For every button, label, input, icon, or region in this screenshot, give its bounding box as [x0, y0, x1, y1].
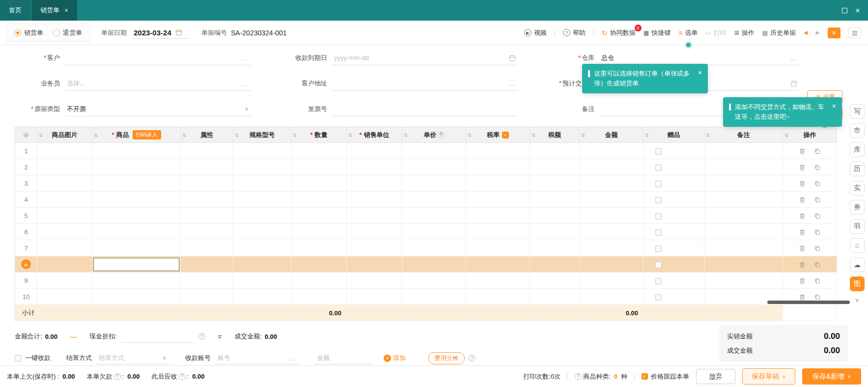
cell-product[interactable] [92, 289, 181, 305]
column-settings-cell[interactable] [15, 127, 37, 143]
cell-product[interactable] [92, 208, 181, 224]
rail-icon[interactable]: 图 [850, 276, 865, 291]
list-view-toggle[interactable]: ≡ [828, 28, 840, 38]
copy-row-icon[interactable] [814, 277, 821, 284]
rail-icon[interactable]: ☆ [850, 238, 865, 253]
copy-row-icon[interactable] [814, 294, 821, 301]
cell-product-image[interactable] [37, 159, 92, 175]
customer-address-input[interactable]: … [332, 76, 518, 91]
delete-row-icon[interactable] [799, 229, 806, 236]
cell-product-image[interactable] [37, 256, 92, 273]
cell-price[interactable] [402, 273, 466, 289]
cell-amount[interactable] [580, 289, 644, 305]
cell-remark[interactable] [704, 208, 783, 224]
cell-attribute[interactable] [181, 256, 233, 273]
cell-attribute[interactable] [181, 240, 233, 256]
cell-remark[interactable] [704, 240, 783, 256]
rail-icon[interactable]: 库 [850, 142, 865, 157]
cell-tax-rate[interactable] [466, 289, 530, 305]
chevron-down-icon[interactable]: ∨ [245, 106, 249, 112]
cell-price[interactable] [402, 208, 466, 224]
copy-row-icon[interactable] [814, 229, 821, 236]
cell-amount[interactable] [580, 208, 644, 224]
cell-tax-rate[interactable] [466, 208, 530, 224]
window-tab[interactable]: 首页 [0, 0, 30, 21]
calendar-icon[interactable] [790, 80, 797, 87]
gift-checkbox[interactable] [655, 294, 662, 301]
cell-quantity[interactable] [291, 256, 347, 273]
rail-icon[interactable]: 市 [850, 123, 865, 138]
delete-row-icon[interactable] [799, 180, 806, 187]
cell-tax-rate[interactable] [466, 159, 530, 175]
cell-price[interactable] [402, 240, 466, 256]
toolbar-action[interactable]: ▭ 打印 [705, 28, 726, 37]
gift-checkbox[interactable] [655, 165, 662, 171]
gift-checkbox[interactable] [655, 197, 662, 203]
close-tooltip-icon[interactable]: × [832, 102, 836, 122]
table-row[interactable]: 6 [15, 224, 837, 240]
rail-icon[interactable]: 历 [850, 162, 865, 176]
cell-remark[interactable] [704, 159, 783, 175]
column-header[interactable]: ⇅ 备注 [704, 127, 783, 143]
cell-amount[interactable] [580, 224, 644, 240]
gift-checkbox[interactable] [655, 262, 662, 268]
cell-product-image[interactable] [37, 289, 92, 305]
rail-icon[interactable]: 写 [850, 104, 865, 119]
cell-remark[interactable] [704, 175, 783, 192]
cell-price[interactable] [402, 143, 466, 159]
delete-row-icon[interactable] [799, 277, 806, 284]
sort-icon[interactable]: ⇅ [348, 132, 352, 138]
table-row[interactable]: 4 [15, 192, 837, 208]
cell-attribute[interactable] [181, 192, 233, 208]
rail-icon[interactable]: 羽 [850, 219, 865, 234]
cell-product-image[interactable] [37, 175, 92, 192]
cell-product[interactable] [92, 159, 181, 175]
gift-checkbox[interactable] [655, 229, 662, 236]
cell-spec[interactable] [233, 256, 291, 273]
cell-product-image[interactable] [37, 273, 92, 289]
sort-icon[interactable]: ⇅ [293, 132, 297, 138]
rail-icon[interactable]: ☁ [850, 257, 865, 272]
close-tooltip-icon[interactable]: × [698, 69, 702, 88]
cell-price[interactable] [402, 192, 466, 208]
cell-tax-rate[interactable] [466, 273, 530, 289]
settle-method-select[interactable]: 结算方式 ∨ [96, 352, 169, 364]
tax-edit-icon[interactable]: ✓ [502, 132, 509, 138]
cell-tax-rate[interactable] [466, 192, 530, 208]
copy-row-icon[interactable] [814, 213, 821, 220]
receipt-account-input[interactable]: 账号 … [215, 352, 298, 364]
gift-checkbox[interactable] [655, 148, 662, 155]
table-row[interactable]: 7 [15, 240, 837, 256]
gift-checkbox[interactable] [655, 278, 662, 284]
cell-quantity[interactable] [291, 143, 347, 159]
cell-tax-amount[interactable] [530, 224, 580, 240]
sort-icon[interactable]: ⇅ [182, 132, 186, 138]
cell-spec[interactable] [233, 224, 291, 240]
rail-icon[interactable]: 券 [850, 200, 865, 215]
cell-tax-rate[interactable] [466, 224, 530, 240]
help-icon[interactable]: ? [575, 373, 582, 380]
cell-unit[interactable] [347, 256, 402, 273]
delete-row-icon[interactable] [799, 294, 806, 301]
due-date-input[interactable]: yyyy-mm-dd [332, 51, 518, 65]
column-header[interactable]: ⇅ * 销售单位 [347, 127, 402, 143]
cell-product[interactable] [92, 224, 181, 240]
cell-quantity[interactable] [291, 208, 347, 224]
table-horizontal-scrollbar[interactable] [767, 301, 850, 304]
cell-tax-rate[interactable] [466, 175, 530, 192]
cell-tax-amount[interactable] [530, 273, 580, 289]
cell-remark[interactable] [704, 256, 783, 273]
ellipsis-icon[interactable]: … [288, 354, 295, 362]
fee-share-button[interactable]: 费用分摊 [428, 352, 465, 364]
close-window-icon[interactable]: × [855, 6, 860, 15]
table-row[interactable]: 3 [15, 175, 837, 192]
window-tab[interactable]: 销货单 × [31, 0, 77, 21]
chevron-down-icon[interactable]: ∨ [163, 355, 167, 361]
cell-tax-amount[interactable] [530, 175, 580, 192]
cell-spec[interactable] [233, 273, 291, 289]
copy-row-icon[interactable] [814, 261, 821, 268]
cell-price[interactable] [402, 159, 466, 175]
delete-row-icon[interactable] [799, 245, 806, 252]
delete-row-icon[interactable] [799, 213, 806, 220]
gift-checkbox[interactable] [655, 246, 662, 252]
